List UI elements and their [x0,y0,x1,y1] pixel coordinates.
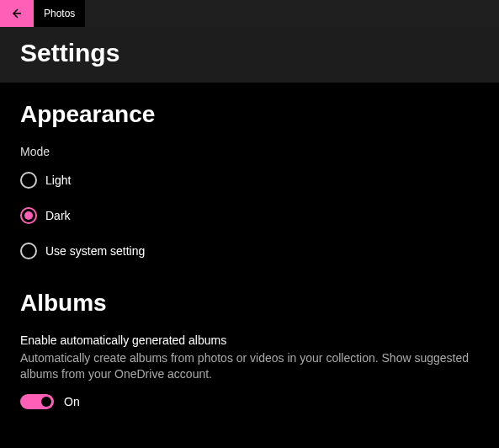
page-title: Settings [20,39,479,67]
mode-option-label: Use system setting [45,244,145,258]
back-button[interactable] [0,0,34,27]
auto-albums-description: Automatically create albums from photos … [20,350,479,382]
mode-radio-group: Light Dark Use system setting [20,172,479,259]
auto-albums-toggle[interactable] [20,394,54,409]
titlebar: Photos [0,0,499,27]
radio-icon [20,207,37,224]
auto-albums-toggle-row: On [20,394,479,409]
mode-option-system[interactable]: Use system setting [20,243,479,259]
mode-option-dark[interactable]: Dark [20,207,479,224]
toggle-knob-icon [41,397,51,407]
mode-option-label: Light [45,173,71,187]
mode-option-light[interactable]: Light [20,172,479,189]
mode-option-label: Dark [45,209,71,222]
radio-icon [20,172,37,189]
auto-albums-toggle-state: On [64,395,80,408]
auto-albums-label: Enable automatically generated albums [20,333,479,347]
section-albums-title: Albums [20,290,479,317]
titlebar-drag-area[interactable] [85,0,499,27]
content: Appearance Mode Light Dark Use system se… [0,83,499,409]
back-arrow-icon [10,7,24,20]
app-name: Photos [34,0,85,27]
section-appearance-title: Appearance [20,101,479,128]
radio-icon [20,243,37,259]
page-header: Settings [0,27,499,83]
mode-label: Mode [20,145,479,158]
